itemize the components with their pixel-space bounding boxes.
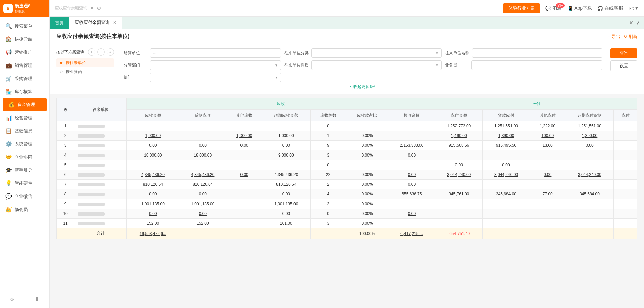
dept-manager-input[interactable]: ▼ xyxy=(150,60,281,70)
tab-maximize-icon[interactable]: ⤢ xyxy=(636,20,640,26)
row-ar-amount: 152.00 xyxy=(127,219,179,228)
row-ar-count: 3 xyxy=(310,199,346,209)
filter-by-sales[interactable]: ○ 按业务员 xyxy=(56,67,114,76)
sidebar-item-purchase[interactable]: 🛒 采购管理 xyxy=(0,72,49,85)
sidebar-item-marketing[interactable]: 📢 营销推广 xyxy=(0,46,49,59)
partner-category-input[interactable]: ▼ xyxy=(311,48,442,58)
row-prepay-balance: 2,153,333.00 xyxy=(388,141,435,150)
sidebar-item-search[interactable]: 🔍 搜索菜单 xyxy=(0,19,49,33)
ar-count-header: 应收笔数 xyxy=(310,110,346,121)
collapse-sidebar-icon[interactable]: ⏸ xyxy=(32,294,42,305)
row-overdue-ar: 101.00 xyxy=(262,219,310,228)
row-ar-count: 0 xyxy=(310,160,346,170)
salesperson-input[interactable]: ··· xyxy=(471,60,602,70)
tab-home[interactable]: 首页 xyxy=(50,17,69,29)
settings-icon[interactable]: ⚙ xyxy=(97,5,101,11)
settlement-unit-input[interactable]: ··· xyxy=(150,48,281,58)
row-ap xyxy=(614,141,637,150)
online-service-button[interactable]: 🎧 在线客服 xyxy=(597,5,623,11)
row-ar-amount: 0.00 xyxy=(127,189,179,199)
sidebar-item-wechat[interactable]: 💬 企业微信 xyxy=(0,190,49,203)
row-ap-amount xyxy=(435,219,483,228)
row-partner xyxy=(74,199,127,209)
row-ar-amount: 18,000.00 xyxy=(127,150,179,160)
row-other-ar xyxy=(226,180,262,189)
dept-input[interactable]: ▼ xyxy=(150,73,281,82)
partner-nature-field: 往来单位性质 ▼ xyxy=(284,60,442,70)
overdue-ap-header: 超期应付货款 xyxy=(566,110,614,121)
industry-button[interactable]: 体验行业方案 xyxy=(503,3,540,13)
sidebar-item-corp[interactable]: 🤝 企业协同 xyxy=(0,150,49,164)
table-row: 11 152.00 152.00 101.00 3 0.00% xyxy=(57,219,637,228)
row-ap-amount: 915,508.56 xyxy=(435,141,483,150)
loan-ap-header: 贷款应付 xyxy=(483,110,530,121)
row-ar-count: 4 xyxy=(310,189,346,199)
settings-col-header[interactable]: ⚙ xyxy=(57,98,74,121)
sidebar-item-operations[interactable]: 📊 经营管理 xyxy=(0,111,49,124)
tab-close-all-icon[interactable]: ✕ xyxy=(629,20,633,26)
partner-nature-label: 往来单位性质 xyxy=(284,62,309,68)
row-loan-ap: 3,044,240.00 xyxy=(483,170,530,180)
row-other-ap: 13.00 xyxy=(530,141,566,150)
table-row: 1 0 1,252,773.00 1,251,551.00 1,222.00 1… xyxy=(57,121,637,131)
sidebar-item-system[interactable]: ⚙️ 系统管理 xyxy=(0,137,49,150)
refresh-button[interactable]: ↻ 刷新 xyxy=(624,34,637,40)
tab-ar-ap[interactable]: 应收应付余额查询 ✕ xyxy=(69,17,122,29)
row-ap-amount: 1,252,773.00 xyxy=(435,121,483,131)
row-ap xyxy=(614,199,637,209)
edit-scheme-button[interactable]: ⊙ xyxy=(97,48,105,56)
row-other-ap xyxy=(530,199,566,209)
app-download-button[interactable]: 📱 App下载 xyxy=(567,5,592,11)
finance-icon: 💰 xyxy=(8,101,15,108)
row-loan-ap: 345,684.00 xyxy=(483,189,530,199)
table-row: 2 1,000.00 1,000.00 1,000.00 1 0.00% 1,4… xyxy=(57,131,637,141)
add-scheme-button[interactable]: + xyxy=(88,48,95,56)
table-row: 7 810,126.64 810,126.64 810,126.64 2 0.0… xyxy=(57,180,637,189)
partner-nature-input[interactable]: ▼ xyxy=(311,60,442,70)
settings-bottom-icon[interactable]: ⚙ xyxy=(8,294,16,305)
sidebar-item-vip[interactable]: 👑 畅会员 xyxy=(0,203,49,216)
sidebar-item-guide[interactable]: 🎓 新手引导 xyxy=(0,164,49,177)
partner-name-input[interactable] xyxy=(472,48,602,58)
row-overdue-ar xyxy=(262,121,310,131)
partner-category-field: 往来单位分类 ▼ xyxy=(284,48,442,58)
row-overdue-ap xyxy=(566,199,614,209)
sidebar-item-inventory[interactable]: 🏪 库存核算 xyxy=(0,85,49,98)
user-menu[interactable]: Rit ▼ xyxy=(629,6,639,11)
row-other-ar xyxy=(226,160,262,170)
table-settings-icon[interactable]: ⚙ xyxy=(64,107,67,112)
basic-icon: 📋 xyxy=(5,128,12,134)
more-scheme-button[interactable]: « xyxy=(107,48,114,56)
sidebar-item-sales[interactable]: 💼 销售管理 xyxy=(0,59,49,72)
sidebar-item-finance[interactable]: 💰 资金管理 xyxy=(3,98,47,111)
sidebar-item-basic[interactable]: 📋 基础信息 xyxy=(0,124,49,137)
filter-by-partner[interactable]: ● 按往来单位 xyxy=(56,58,114,67)
sidebar-item-hardware[interactable]: 💡 智能硬件 xyxy=(0,177,49,190)
export-button[interactable]: ↑ 导出 xyxy=(608,34,621,40)
row-loan-ap xyxy=(483,209,530,219)
row-ap-amount: 1,490.00 xyxy=(435,131,483,141)
query-button[interactable]: 查询 xyxy=(610,48,637,58)
chevron-down-icon[interactable]: ▼ xyxy=(90,6,94,11)
row-overdue-ar: 810,126.64 xyxy=(262,180,310,189)
row-ar-ratio: 0.00% xyxy=(346,209,388,219)
tab-close-icon[interactable]: ✕ xyxy=(113,20,116,25)
row-overdue-ap xyxy=(566,180,614,189)
sidebar-item-quicknav[interactable]: 🏠 快捷导航 xyxy=(0,33,49,46)
sidebar-item-label: 企业协同 xyxy=(15,154,32,160)
row-ar-ratio: 0.00% xyxy=(346,170,388,180)
setting-button[interactable]: 设置 xyxy=(610,60,637,71)
row-ar-amount: 810,126.64 xyxy=(127,180,179,189)
row-prepay-balance: 0.00 xyxy=(388,150,435,160)
row-overdue-ap: 0.00 xyxy=(566,141,614,150)
dept-manager-label: 分管部门 xyxy=(124,62,147,68)
messages-button[interactable]: 💬 消息 99+ xyxy=(545,5,562,11)
sidebar-bottom: ⚙ ⏸ xyxy=(0,291,49,308)
row-loan-ar: 0.00 xyxy=(179,189,226,199)
collapse-button[interactable]: ∧ 收起更多条件 xyxy=(124,82,602,90)
row-no: 3 xyxy=(57,141,74,150)
tab-bar: 首页 应收应付余额查询 ✕ ✕ ⤢ xyxy=(50,17,644,29)
row-other-ar xyxy=(226,121,262,131)
row-overdue-ar: 4,345,436.20 xyxy=(262,170,310,180)
row-no: 10 xyxy=(57,209,74,219)
